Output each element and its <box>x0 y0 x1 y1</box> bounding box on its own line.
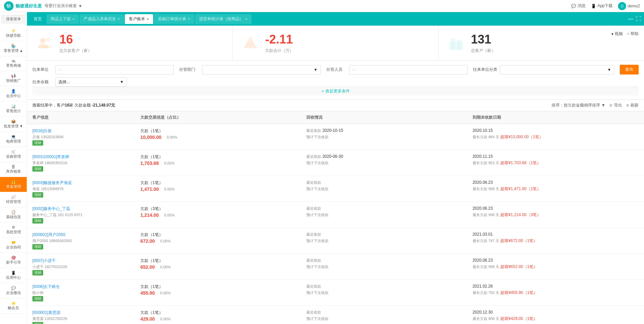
svg-rect-6 <box>457 40 461 50</box>
overdue-amount-1[interactable]: 超期¥10,000.00（1笔） <box>500 135 543 139</box>
sidebar-item-member[interactable]: 👤 会员中心 <box>0 86 27 101</box>
batch-mgmt-icon: 📦 <box>1 119 25 124</box>
main-area: 首页 商品上下架 ✕ 产成品入库单历史 ✕ 客户账本 ✕ 采购订单统计表 ✕ 进… <box>27 12 644 324</box>
store-selector[interactable]: 母婴行业演示账套 ▼ <box>45 3 82 9</box>
refresh-button[interactable]: ⊙ 刷新 <box>626 102 639 108</box>
overdue-amount-2[interactable]: 超期¥1,703.68（1笔） <box>500 160 541 165</box>
overdue-amount-7[interactable]: 超期¥455.90（1笔） <box>500 290 537 295</box>
export-button[interactable]: ⊙ 导出 <box>609 102 622 108</box>
overdue-amount-8[interactable]: 超期¥429.00（1笔） <box>500 316 537 321</box>
tab-customer-account[interactable]: 客户账本 ✕ <box>125 14 153 24</box>
customer-name-7[interactable]: [0006]去下粮仓 <box>32 284 140 290</box>
message-button[interactable]: 💬 消息 <box>571 3 586 9</box>
sidebar-item-purchase[interactable]: 🛒 采购管理 <box>0 147 27 162</box>
sidebar-item-quick-nav[interactable]: ⚡ 快捷导航 <box>0 26 27 41</box>
tab-purchase-order-close[interactable]: ✕ <box>188 17 190 21</box>
debt-row-8: 429.00 0.00% <box>140 316 306 322</box>
video-button[interactable]: ● 视频 <box>611 31 623 37</box>
tab-customer-account-close[interactable]: ✕ <box>146 17 149 21</box>
debt-amount-3[interactable]: 1,471.00 <box>140 186 159 192</box>
results-debt-prefix: 欠款金额 <box>75 103 92 108</box>
overdue-amount-5[interactable]: 超期¥672.00（1笔） <box>500 238 537 243</box>
customer-name-8[interactable]: [000001]黄思源 <box>32 310 140 316</box>
tab-product-history-close[interactable]: ✕ <box>117 17 120 21</box>
customer-name-5[interactable]: [000002]用户2050 <box>32 232 140 238</box>
debt-row-4: 1,214.00 0.00% <box>140 212 306 218</box>
overdue-amount-3[interactable]: 超期¥1,471.00（1笔） <box>500 186 541 191</box>
search-button[interactable]: 查询 <box>620 65 639 75</box>
debt-count-4: 欠款（3笔） <box>140 206 306 212</box>
debt-amount-1[interactable]: 10,000.00 <box>140 135 161 140</box>
recovery-info-8: 最近收款 预计下次收款 <box>306 310 472 321</box>
sidebar-item-ops[interactable]: 📈 经营管理 <box>0 192 27 207</box>
debt-amount-7[interactable]: 455.90 <box>140 290 155 296</box>
tab-purchase-order[interactable]: 采购订单统计表 ✕ <box>154 14 194 24</box>
help-button[interactable]: ○ 帮助 <box>627 31 639 37</box>
customer-info-3: [0003]畅捷服务尹海蓝 海蓝 18513066976 现销 <box>32 180 140 198</box>
tab-incoming-stat-close[interactable]: ✕ <box>245 17 248 21</box>
collapse-button[interactable]: ∧ 收起更多条件 <box>32 87 639 95</box>
sidebar-item-wechat[interactable]: 💬 企业微信 <box>0 283 27 298</box>
user-name: demo2 <box>627 4 640 8</box>
filter-dept: 分管部门 ▼ <box>179 65 320 75</box>
results-info: 搜索结果中，客户16家 欠款金额 -21,148.07元 <box>32 102 115 108</box>
table-row: [0002]服务中心_丁磊 服务中心_丁磊 181 0125 8371 现销 欠… <box>27 202 644 228</box>
sidebar-item-finance[interactable]: 💰 资金管理 <box>0 177 27 192</box>
balance-select[interactable]: 选择... ▼ <box>55 77 127 87</box>
sidebar-item-retail-mgmt[interactable]: 🏪 零售管理 ▲ <box>0 41 27 56</box>
tab-minimize-button[interactable]: — <box>628 16 633 22</box>
sidebar-item-batch-mgmt[interactable]: 📦 批发管理 ▼ <box>0 117 27 132</box>
dept-select[interactable]: ▼ <box>202 65 320 75</box>
sidebar-item-enterprise[interactable]: 🤝 企业协同 <box>0 238 27 253</box>
manager-input[interactable]: ··· <box>349 65 468 75</box>
debt-amount-2[interactable]: 1,703.68 <box>140 160 159 166</box>
customer-name-4[interactable]: [0002]服务中心_丁磊 <box>32 206 140 212</box>
sidebar-item-marketing[interactable]: 📢 营销推广 <box>0 71 27 86</box>
unit-class-select[interactable]: ▼ <box>500 65 614 75</box>
debt-amount-6[interactable]: 652.00 <box>140 264 155 270</box>
customer-info-1: [0016]吕俊 吕俊 13026203696 现销 <box>32 128 140 146</box>
tab-product-listing-close[interactable]: ✕ <box>72 17 75 21</box>
customer-name-3[interactable]: [0003]畅捷服务尹海蓝 <box>32 180 140 186</box>
sidebar-item-system[interactable]: ⚙ 系统管理 <box>0 223 27 238</box>
table-area: 客户信息 欠款交易信息（占比） 回收情况 到期未收款日期 [0016]吕俊 吕俊… <box>27 111 644 324</box>
overdue-amount-4[interactable]: 超期¥1,214.00（3笔） <box>500 212 541 217</box>
customer-name-6[interactable]: [0007]小进千 <box>32 258 140 264</box>
tab-home[interactable]: 首页 <box>30 14 46 24</box>
sidebar-item-ecommerce[interactable]: 💻 电商管理 <box>0 132 27 147</box>
recovery-label-3: 最近收款 <box>306 180 472 185</box>
sort-selector[interactable]: 排序：按欠款金额倒序排序 ▼ <box>552 102 605 108</box>
tab-product-listing[interactable]: 商品上下架 ✕ <box>47 14 79 24</box>
sidebar-item-inventory[interactable]: 🗄 库存核算 <box>0 162 27 177</box>
debt-percent-1: 0.00% <box>167 135 177 139</box>
tab-incoming-stat[interactable]: 进货单统计表（按商品） ✕ <box>195 14 252 24</box>
app-download-button[interactable]: 📱 App下载 <box>591 3 613 9</box>
stat-card-customers: 16 总欠款客户（家） <box>27 26 233 60</box>
results-customer-count: 16 <box>65 103 69 108</box>
from-unit-input[interactable]: ··· <box>55 65 174 75</box>
sidebar-item-vip[interactable]: ⭐ 畅会员 <box>0 298 27 314</box>
tab-product-history[interactable]: 产成品入库单历史 ✕ <box>80 14 124 24</box>
debt-amount-5[interactable]: 672.00 <box>140 238 155 244</box>
debt-amount-4[interactable]: 1,214.00 <box>140 212 159 218</box>
tab-maximize-button[interactable]: ⛶ <box>636 16 641 22</box>
debt-percent-4: 0.00% <box>164 213 175 217</box>
customer-name-1[interactable]: [0016]吕俊 <box>32 128 140 134</box>
debt-row-6: 652.00 0.00% <box>140 264 306 270</box>
filter-manager-label: 分管人员 <box>326 67 346 72</box>
user-menu[interactable]: D demo2 <box>618 2 640 10</box>
debt-amount-8[interactable]: 429.00 <box>140 316 155 322</box>
customer-name-2[interactable]: [0001020001]李老师 <box>32 154 140 160</box>
stat-info-total: 131 总客户（家） <box>471 32 495 54</box>
overdue-amount-6[interactable]: 超期¥652.00（1笔） <box>500 264 537 269</box>
sidebar-item-retail-mall[interactable]: 🛍 零售商城 <box>0 56 27 71</box>
stats-row: 16 总欠款客户（家） ! -2.11 欠款合计（万） <box>27 26 644 61</box>
search-menu-button[interactable]: 搜索菜单 <box>1 15 25 23</box>
sidebar-item-newbie[interactable]: 🎯 新手引导 <box>0 253 27 268</box>
debt-row-1: 10,000.00 0.00% <box>140 135 306 140</box>
sidebar-item-app-center[interactable]: 📱 应用中心 <box>0 268 27 283</box>
sidebar-item-basic-info[interactable]: 📋 基础信息 <box>0 207 27 223</box>
debt-percent-6: 0.00% <box>160 265 171 269</box>
customer-phone-3: 海蓝 18513066976 <box>32 186 140 192</box>
sidebar-item-retail-stat[interactable]: 📊 零售统计 <box>0 101 27 117</box>
